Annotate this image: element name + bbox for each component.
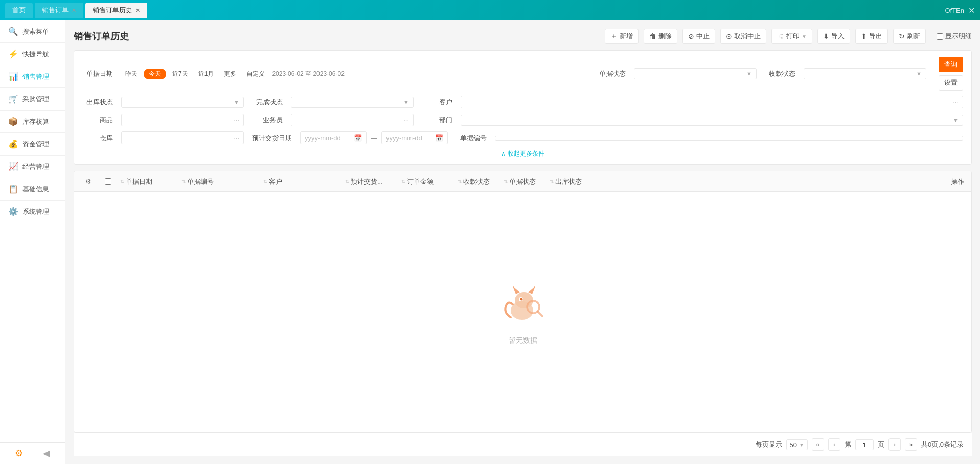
- window-close-icon[interactable]: ✕: [968, 6, 975, 15]
- delivery-date-label: 预计交货日期: [252, 134, 292, 143]
- calendar-to-icon[interactable]: 📅: [435, 134, 443, 142]
- sidebar-item-basic-info-label: 基础信息: [22, 185, 49, 194]
- new-button[interactable]: ＋ 新增: [605, 29, 639, 44]
- complete-status-arrow: ▼: [403, 99, 409, 105]
- out-status-select[interactable]: ▼: [121, 97, 244, 108]
- sidebar-item-purchase-mgmt-label: 采购管理: [22, 95, 49, 104]
- page-number-input[interactable]: [855, 439, 874, 450]
- sidebar-item-system-mgmt-label: 系统管理: [22, 207, 49, 216]
- display-toggle-checkbox[interactable]: [937, 33, 943, 40]
- select-all-checkbox[interactable]: [105, 178, 111, 185]
- date-shortcut-more[interactable]: 更多: [220, 69, 240, 79]
- th-checkbox[interactable]: [99, 174, 117, 189]
- page-label-suffix: 页: [878, 440, 884, 449]
- first-page-button[interactable]: «: [812, 438, 824, 451]
- stop-label: 中止: [696, 32, 710, 41]
- delete-button[interactable]: 🗑 删除: [644, 29, 677, 44]
- th-date-sort-icon[interactable]: ⇅: [120, 179, 124, 184]
- sidebar-item-sales-mgmt[interactable]: 📊 销售管理: [0, 65, 65, 88]
- settings-button[interactable]: 设置: [939, 75, 963, 91]
- last-page-button[interactable]: »: [905, 438, 917, 451]
- refresh-button[interactable]: ↻ 刷新: [893, 29, 926, 44]
- th-customer-sort-icon[interactable]: ⇅: [263, 179, 267, 184]
- date-shortcut-1month[interactable]: 近1月: [194, 69, 218, 79]
- tab-sales-order-history-close[interactable]: ✕: [135, 7, 140, 14]
- delete-label: 删除: [658, 32, 672, 41]
- page-header: 销售订单历史 ＋ 新增 🗑 删除 ⊘ 中止 ⊙ 取消中止: [74, 29, 972, 44]
- th-delivery-sort-icon[interactable]: ⇅: [345, 179, 349, 184]
- operations-icon: 📈: [8, 162, 18, 171]
- complete-status-select[interactable]: ▼: [291, 97, 414, 108]
- th-order-sort-icon[interactable]: ⇅: [181, 179, 186, 184]
- sidebar-item-operations[interactable]: 📈 经营管理: [0, 156, 65, 178]
- customer-input[interactable]: ···: [461, 96, 963, 108]
- collapse-bar[interactable]: ∧ 收起更多条件: [82, 149, 963, 158]
- data-table: ⚙ ⇅ 单据日期 ⇅ 单据编号 ⇅ 客户 ⇅: [74, 171, 972, 433]
- product-label: 商品: [82, 116, 113, 125]
- date-shortcut-yesterday[interactable]: 昨天: [121, 69, 142, 79]
- filter-row-1: 单据日期 昨天 今天 近7天 近1月 更多 自定义 2023-06-02 至 2…: [82, 57, 963, 91]
- delivery-date-from[interactable]: yyyy-mm-dd 📅: [300, 131, 367, 144]
- salesperson-input[interactable]: ···: [291, 114, 414, 126]
- display-toggle[interactable]: 显示明细: [937, 32, 972, 41]
- query-button[interactable]: 查询: [939, 57, 963, 72]
- print-label: 打印: [786, 32, 800, 41]
- refresh-icon: ↻: [899, 32, 905, 40]
- product-input[interactable]: ···: [121, 114, 244, 126]
- tab-home[interactable]: 首页: [5, 3, 33, 18]
- delete-icon: 🗑: [649, 32, 656, 40]
- filter-row-3: 商品 ··· 业务员 ··· 部门 ▼: [82, 114, 963, 126]
- tab-sales-order-history[interactable]: 销售订单历史 ✕: [85, 3, 147, 18]
- th-payment-sort-icon[interactable]: ⇅: [458, 179, 462, 184]
- department-arrow: ▼: [953, 117, 959, 123]
- delivery-date-range: yyyy-mm-dd 📅 — yyyy-mm-dd 📅: [300, 131, 448, 144]
- th-action-label: 操作: [951, 177, 964, 186]
- sidebar-item-operations-label: 经营管理: [22, 162, 49, 171]
- th-out-status-label: 出库状态: [555, 177, 582, 186]
- print-button[interactable]: 🖨 打印 ▼: [771, 29, 812, 44]
- search-menu-icon: 🔍: [8, 27, 18, 36]
- refresh-label: 刷新: [907, 32, 920, 41]
- per-page-select[interactable]: 50 ▼: [786, 439, 808, 450]
- date-shortcut-custom[interactable]: 自定义: [242, 69, 269, 79]
- basic-info-icon: 📋: [8, 184, 18, 194]
- cancel-stop-button[interactable]: ⊙ 取消中止: [720, 29, 766, 44]
- sidebar-item-finance[interactable]: 💰 资金管理: [0, 133, 65, 156]
- sidebar-item-basic-info[interactable]: 📋 基础信息: [0, 178, 65, 201]
- th-order-status-label: 单据状态: [509, 177, 536, 186]
- export-button[interactable]: ⬆ 导出: [855, 29, 888, 44]
- complete-status-label: 完成状态: [252, 98, 283, 107]
- th-out-status-sort-icon[interactable]: ⇅: [550, 179, 554, 184]
- order-status-select[interactable]: ▼: [634, 68, 757, 79]
- collapse-sidebar-icon[interactable]: ◀: [43, 448, 50, 459]
- date-shortcuts: 昨天 今天 近7天 近1月 更多 自定义: [121, 69, 269, 79]
- sidebar-item-inventory[interactable]: 📦 库存核算: [0, 111, 65, 133]
- tab-sales-order-close[interactable]: ✕: [72, 7, 76, 14]
- th-amount-sort-icon[interactable]: ⇅: [401, 179, 405, 184]
- cancel-stop-icon: ⊙: [726, 32, 732, 40]
- th-order-status-sort-icon[interactable]: ⇅: [504, 179, 508, 184]
- order-number-input[interactable]: [495, 136, 963, 141]
- calendar-from-icon[interactable]: 📅: [354, 134, 362, 142]
- warehouse-input[interactable]: ···: [121, 131, 244, 144]
- prev-page-button[interactable]: ‹: [828, 438, 840, 451]
- next-page-button[interactable]: ›: [888, 438, 901, 451]
- sidebar-item-quick-nav[interactable]: ⚡ 快捷导航: [0, 43, 65, 65]
- payment-status-select[interactable]: ▼: [804, 68, 926, 79]
- settings-bottom-icon[interactable]: ⚙: [15, 448, 23, 459]
- import-button[interactable]: ⬇ 导入: [817, 29, 850, 44]
- column-settings-icon[interactable]: ⚙: [85, 178, 92, 185]
- th-date: ⇅ 单据日期: [117, 173, 178, 190]
- delivery-date-to[interactable]: yyyy-mm-dd 📅: [381, 131, 448, 144]
- sidebar-item-search-menu[interactable]: 🔍 搜索菜单: [0, 20, 65, 43]
- sidebar-item-system-mgmt[interactable]: ⚙️ 系统管理: [0, 201, 65, 223]
- date-shortcut-7days[interactable]: 近7天: [168, 69, 192, 79]
- payment-status-arrow: ▼: [916, 71, 922, 77]
- department-select[interactable]: ▼: [461, 115, 963, 126]
- tab-sales-order[interactable]: 销售订单 ✕: [35, 3, 83, 18]
- sidebar-item-purchase-mgmt[interactable]: 🛒 采购管理: [0, 88, 65, 111]
- th-settings[interactable]: ⚙: [78, 173, 99, 189]
- date-shortcut-today[interactable]: 今天: [144, 69, 166, 79]
- new-icon: ＋: [610, 32, 618, 41]
- stop-button[interactable]: ⊘ 中止: [682, 29, 715, 44]
